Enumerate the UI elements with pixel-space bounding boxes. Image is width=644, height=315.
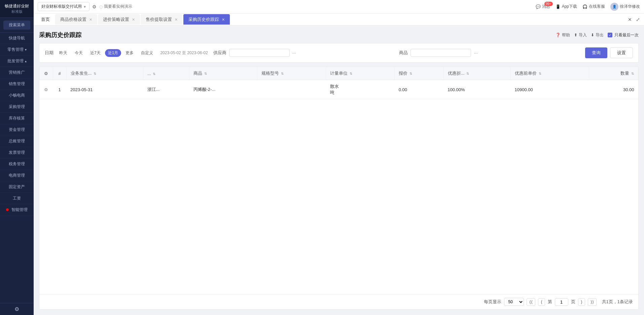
sidebar-item-tax[interactable]: 税务管理 [0,159,34,170]
content-area: 采购历史价跟踪 ❓ 帮助 ⬆ 导入 ⬇ 导出 只看最后一次 [34,26,644,315]
settings-icon[interactable]: ⚙ [14,306,19,312]
tab-price[interactable]: 商品价格设置 ✕ [55,14,97,25]
messages-button[interactable]: 💬 消息 99+ [536,4,550,9]
app-download-button[interactable]: 📱 App下载 [556,4,577,9]
tab-sell-price[interactable]: 售价提取设置 ✕ [141,14,183,25]
tab-expand-button[interactable]: ⤢ [635,15,641,24]
sidebar-item-wholesale[interactable]: 批发管理 ▴ [0,56,34,67]
tab-history-label: 采购历史价跟踪 [188,16,219,23]
th-price-label: 报价 [399,71,407,76]
sidebar-item-fixed-assets[interactable]: 固定资产 [0,181,34,193]
online-service-label: 在线客服 [589,4,605,9]
last-page-button[interactable]: ⟩⟩ [588,298,597,306]
date-1month-btn[interactable]: 近1月 [105,49,121,57]
first-page-button[interactable]: ⟨⟨ [527,298,535,306]
query-button[interactable]: 查询 [585,47,607,58]
tab-sell-price-close-icon[interactable]: ✕ [175,18,178,22]
app-logo: 畅捷通好业财 标准版 [0,0,34,18]
th-spec[interactable]: 规格型号 ⇅ [257,67,326,80]
app-download-label: App下载 [562,4,577,9]
supplier-more-icon[interactable]: ··· [292,50,296,56]
tabbar-actions: ✕ ⤢ [627,15,641,24]
tab-home[interactable]: 首页 [36,14,55,25]
fixed-assets-label: 固定资产 [9,184,25,190]
topbar-left: 好业财标准版交付试用 ▾ ⚙ 我要看实例演示 [38,2,132,11]
only-last-checkbox[interactable]: 只看最后一次 [608,32,639,38]
search-menu-button[interactable]: 搜索菜单 [3,21,30,30]
tab-history-close-icon[interactable]: ✕ [222,18,225,22]
sidebar-item-salary[interactable]: 工资 [0,193,34,204]
supplier-input[interactable] [229,49,290,57]
tab-strategy[interactable]: 进价策略设置 ✕ [98,14,140,25]
inventory-label: 库存核算 [9,115,25,121]
date-yesterday-btn[interactable]: 昨天 [56,49,70,57]
main-area: 好业财标准版交付试用 ▾ ⚙ 我要看实例演示 💬 消息 99+ 📱 App下载 … [34,0,644,315]
per-page-select[interactable]: 50 10 20 100 [504,298,524,306]
export-button[interactable]: ⬇ 导出 [591,32,604,38]
sidebar-item-inventory[interactable]: 库存核算 [0,113,34,124]
settings-button[interactable]: 设置 [610,47,633,58]
page-number-input[interactable] [555,298,568,306]
tab-home-label: 首页 [41,16,50,23]
tab-close-all-button[interactable]: ✕ [627,15,633,24]
sort-unit-icon: ⇅ [350,72,352,75]
th-date[interactable]: 业务发生... ⇅ [66,67,143,80]
th-dots[interactable]: ... ⇅ [143,67,189,80]
row-gear-icon[interactable]: ⚙ [39,80,53,99]
salary-label: 工资 [13,196,21,201]
data-table: ⚙ # 业务发生... ⇅ ... ⇅ [39,67,638,99]
sidebar-item-sales[interactable]: 销售管理 [0,78,34,90]
tab-price-close-icon[interactable]: ✕ [89,18,92,22]
sidebar-item-ecom-small[interactable]: 小畅电商 [0,90,34,101]
sidebar-item-marketing[interactable]: 营销推广 [0,67,34,78]
row-spec [257,80,326,99]
sidebar-item-smart[interactable]: 智能管理 [0,204,34,216]
help-button[interactable]: ❓ 帮助 [556,32,570,38]
ecom-small-label: 小畅电商 [9,93,25,98]
per-page-label: 每页显示 [484,299,501,305]
th-orig-price[interactable]: 优惠前单价 ⇅ [511,67,589,80]
marketing-label: 营销推广 [9,70,25,75]
tabbar: 首页 商品价格设置 ✕ 进价策略设置 ✕ 售价提取设置 ✕ 采购历史价跟踪 ✕ … [34,13,644,26]
general-ledger-label: 总账管理 [9,138,25,144]
tab-price-label: 商品价格设置 [60,16,86,23]
sidebar-item-ecom[interactable]: 电商管理 [0,170,34,181]
online-service-button[interactable]: 🎧 在线客服 [582,4,605,9]
demo-button[interactable]: 我要看实例演示 [99,4,132,9]
tab-strategy-close-icon[interactable]: ✕ [132,18,135,22]
th-qty[interactable]: 数量 ⇅ [589,67,638,80]
th-price[interactable]: 报价 ⇅ [395,67,444,80]
logo-name: 畅捷通好业财 [3,3,31,9]
sidebar-item-quicknav[interactable]: 快捷导航 [0,33,34,44]
date-custom-btn[interactable]: 自定义 [138,49,156,57]
next-page-button[interactable]: ⟩ [578,298,585,306]
headset-icon: 🎧 [582,4,587,9]
invoice-label: 发票管理 [9,150,25,155]
prev-page-button[interactable]: ⟨ [538,298,545,306]
edition-selector[interactable]: 好业财标准版交付试用 ▾ [38,2,90,11]
goods-input[interactable] [410,49,471,57]
help-icon: ❓ [556,33,561,37]
sidebar-item-invoice[interactable]: 发票管理 [0,147,34,159]
tax-label: 税务管理 [9,161,25,167]
date-more-btn[interactable]: 更多 [122,49,137,57]
settings-gear-icon[interactable]: ⚙ [92,4,97,9]
th-goods[interactable]: 商品 ⇅ [189,67,257,80]
sidebar-item-finance[interactable]: 资金管理 [0,124,34,136]
user-name: 徐泽华修改 [620,4,640,9]
tab-history[interactable]: 采购历史价跟踪 ✕ [183,14,230,25]
row-qty: 30.00 [589,80,638,99]
import-button[interactable]: ⬆ 导入 [574,32,587,38]
sidebar-item-purchase[interactable]: 采购管理 [0,101,34,113]
supplier-label: 供应商 [213,50,226,56]
th-discount[interactable]: 优惠折... ⇅ [443,67,510,80]
row-orig-price: 10900.00 [511,80,589,99]
goods-more-icon[interactable]: ··· [474,50,478,56]
gear-icon[interactable]: ⚙ [44,71,48,76]
user-menu[interactable]: 👤 徐泽华修改 [610,3,640,11]
date-today-btn[interactable]: 今天 [72,49,86,57]
date-7days-btn[interactable]: 近7天 [87,49,104,57]
sidebar-item-general-ledger[interactable]: 总账管理 [0,136,34,147]
th-unit[interactable]: 计量单位 ⇅ [326,67,395,80]
sidebar-item-retail[interactable]: 零售管理 ▾ [0,44,34,56]
